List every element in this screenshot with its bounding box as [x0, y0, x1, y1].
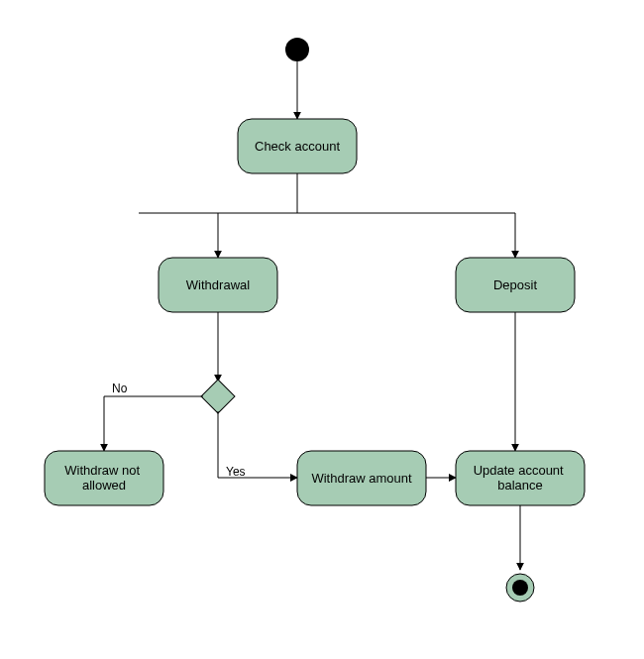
activity-diagram: Check account Withdrawal Deposit No With… [0, 0, 644, 659]
initial-node-icon [285, 38, 309, 61]
label-deposit: Deposit [493, 277, 537, 292]
label-edge-no: No [112, 382, 128, 395]
final-node-inner-icon [512, 580, 528, 596]
label-withdrawal: Withdrawal [186, 277, 250, 292]
edge-decision-no [104, 396, 203, 451]
decision-icon [201, 380, 235, 413]
label-check-account: Check account [255, 139, 340, 154]
label-edge-yes: Yes [226, 465, 246, 479]
label-withdraw-amount: Withdraw amount [311, 471, 412, 486]
